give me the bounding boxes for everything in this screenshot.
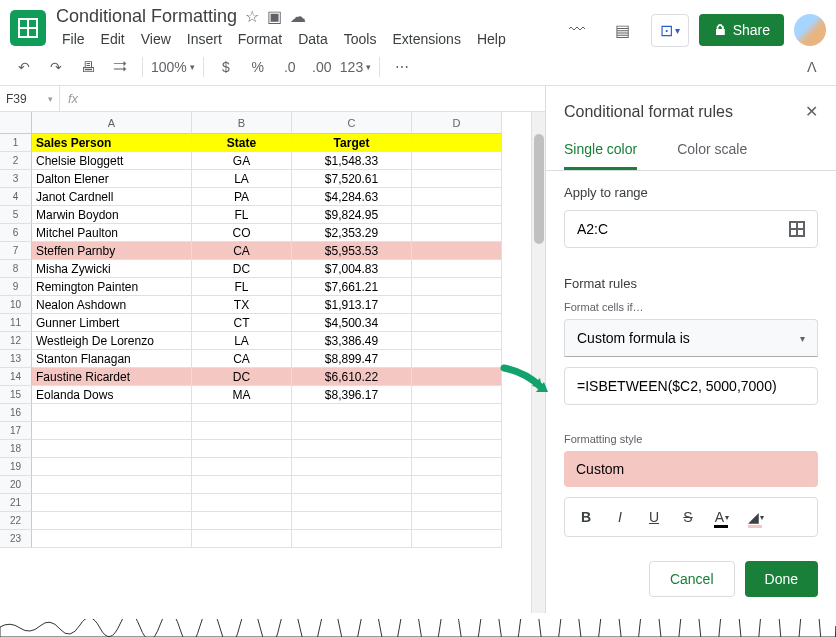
vertical-scrollbar[interactable] (531, 112, 545, 613)
menu-extensions[interactable]: Extensions (386, 29, 466, 49)
row-header[interactable]: 11 (0, 314, 32, 332)
row-header[interactable]: 6 (0, 224, 32, 242)
cell[interactable] (412, 530, 502, 548)
bold-button[interactable]: B (573, 504, 599, 530)
cell[interactable] (412, 494, 502, 512)
cell[interactable]: Sales Person (32, 134, 192, 152)
text-color-button[interactable]: A▾ (709, 504, 735, 530)
cell[interactable]: State (192, 134, 292, 152)
cell[interactable] (192, 494, 292, 512)
cell[interactable] (32, 422, 192, 440)
cell[interactable]: GA (192, 152, 292, 170)
italic-button[interactable]: I (607, 504, 633, 530)
row-header[interactable]: 12 (0, 332, 32, 350)
user-avatar[interactable] (794, 14, 826, 46)
cell[interactable] (292, 404, 412, 422)
cell[interactable] (192, 512, 292, 530)
cell[interactable]: TX (192, 296, 292, 314)
cancel-button[interactable]: Cancel (649, 561, 735, 597)
cell[interactable] (412, 206, 502, 224)
fill-color-button[interactable]: ◢▾ (743, 504, 769, 530)
cell[interactable]: $8,396.17 (292, 386, 412, 404)
cell[interactable] (292, 512, 412, 530)
scrollbar-thumb[interactable] (534, 134, 544, 244)
menu-help[interactable]: Help (471, 29, 512, 49)
formula-bar-input[interactable] (86, 86, 545, 111)
row-header[interactable]: 10 (0, 296, 32, 314)
row-header[interactable]: 23 (0, 530, 32, 548)
select-range-icon[interactable] (789, 221, 805, 237)
cell[interactable]: Stanton Flanagan (32, 350, 192, 368)
cell[interactable]: Steffen Parnby (32, 242, 192, 260)
cell[interactable]: CA (192, 350, 292, 368)
cell[interactable] (192, 530, 292, 548)
underline-button[interactable]: U (641, 504, 667, 530)
cell[interactable]: Faustine Ricardet (32, 368, 192, 386)
share-button[interactable]: 🔒︎Share (699, 14, 784, 46)
cell[interactable] (412, 332, 502, 350)
col-header-A[interactable]: A (32, 112, 192, 134)
row-header[interactable]: 3 (0, 170, 32, 188)
cell[interactable]: DC (192, 260, 292, 278)
row-header[interactable]: 22 (0, 512, 32, 530)
row-header[interactable]: 2 (0, 152, 32, 170)
cell[interactable]: $7,661.21 (292, 278, 412, 296)
row-header[interactable]: 17 (0, 422, 32, 440)
more-toolbar-icon[interactable]: ⋯ (388, 53, 416, 81)
cell[interactable]: $4,284.63 (292, 188, 412, 206)
cell[interactable]: $6,610.22 (292, 368, 412, 386)
cell[interactable] (412, 224, 502, 242)
row-header[interactable]: 7 (0, 242, 32, 260)
cell[interactable] (412, 314, 502, 332)
row-header[interactable]: 19 (0, 458, 32, 476)
row-header[interactable]: 1 (0, 134, 32, 152)
percent-button[interactable]: % (244, 53, 272, 81)
cell[interactable]: LA (192, 170, 292, 188)
cell[interactable] (32, 458, 192, 476)
style-preview[interactable]: Custom (564, 451, 818, 487)
cell[interactable]: $8,899.47 (292, 350, 412, 368)
cell[interactable] (192, 476, 292, 494)
cell[interactable] (412, 368, 502, 386)
col-header-B[interactable]: B (192, 112, 292, 134)
cell[interactable]: $7,520.61 (292, 170, 412, 188)
row-header[interactable]: 16 (0, 404, 32, 422)
strikethrough-button[interactable]: S (675, 504, 701, 530)
row-header[interactable]: 13 (0, 350, 32, 368)
print-button[interactable]: 🖶 (74, 53, 102, 81)
document-title[interactable]: Conditional Formatting (56, 6, 237, 27)
cell[interactable]: Janot Cardnell (32, 188, 192, 206)
activity-icon[interactable]: 〰 (559, 12, 595, 48)
cell[interactable] (412, 458, 502, 476)
cell[interactable]: CA (192, 242, 292, 260)
cell[interactable] (412, 422, 502, 440)
range-input[interactable]: A2:C (564, 210, 818, 248)
name-box[interactable]: F39▾ (0, 86, 60, 111)
cell[interactable]: $1,548.33 (292, 152, 412, 170)
paint-format-button[interactable]: ⮆ (106, 53, 134, 81)
cell[interactable] (292, 476, 412, 494)
row-header[interactable]: 4 (0, 188, 32, 206)
cell[interactable] (412, 296, 502, 314)
cell[interactable] (192, 458, 292, 476)
cell[interactable]: CT (192, 314, 292, 332)
cell[interactable]: MA (192, 386, 292, 404)
cell[interactable]: Westleigh De Lorenzo (32, 332, 192, 350)
cell[interactable]: Target (292, 134, 412, 152)
cell[interactable]: Gunner Limbert (32, 314, 192, 332)
cell[interactable] (32, 476, 192, 494)
comments-icon[interactable]: ▤ (605, 12, 641, 48)
cell[interactable]: $1,913.17 (292, 296, 412, 314)
cell[interactable] (412, 476, 502, 494)
menu-format[interactable]: Format (232, 29, 288, 49)
menu-edit[interactable]: Edit (95, 29, 131, 49)
cell[interactable] (412, 386, 502, 404)
tab-color-scale[interactable]: Color scale (677, 131, 747, 170)
cell[interactable]: PA (192, 188, 292, 206)
sheets-app-icon[interactable] (10, 10, 46, 46)
cell[interactable] (192, 404, 292, 422)
cell[interactable]: Nealon Ashdown (32, 296, 192, 314)
cell[interactable] (292, 422, 412, 440)
cell[interactable]: LA (192, 332, 292, 350)
cell[interactable] (412, 134, 502, 152)
